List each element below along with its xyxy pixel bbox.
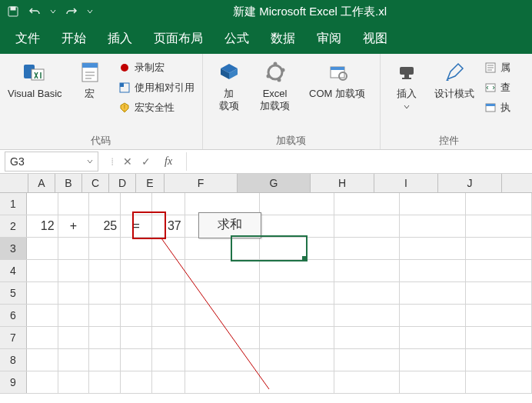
cell-I3[interactable] — [400, 238, 466, 259]
cell-E1[interactable] — [152, 193, 185, 215]
cell-C2[interactable]: 25 — [89, 215, 121, 237]
svg-rect-5 — [82, 63, 98, 68]
quick-access-toolbar — [6, 5, 94, 18]
tab-insert[interactable]: 插入 — [97, 23, 143, 54]
save-icon[interactable] — [6, 5, 20, 18]
cell-B3[interactable] — [58, 238, 90, 259]
cell-D3[interactable] — [121, 238, 152, 259]
use-relative-refs-button[interactable]: 使用相对引用 — [115, 78, 198, 97]
ribbon: Visual Basic 宏 录制宏 使用相对引用 ! — [0, 54, 532, 150]
column-headers: A B C D E F G H I J — [0, 174, 532, 193]
accept-formula-icon[interactable]: ✓ — [141, 155, 151, 168]
cell-F1[interactable] — [185, 193, 260, 215]
cell-B2[interactable]: + — [58, 215, 90, 237]
row-header-2[interactable]: 2 — [0, 215, 27, 237]
group-code: Visual Basic 宏 录制宏 使用相对引用 ! — [0, 54, 203, 149]
col-header-H[interactable]: H — [311, 174, 374, 192]
cell-H3[interactable] — [334, 238, 401, 259]
macros-button[interactable]: 宏 — [68, 57, 111, 102]
row-header-1[interactable]: 1 — [0, 193, 27, 215]
row-header-6[interactable]: 6 — [0, 305, 27, 326]
record-macro-button[interactable]: 录制宏 — [115, 58, 198, 77]
select-all-corner[interactable] — [0, 174, 28, 192]
view-code-button[interactable]: 查 — [480, 78, 514, 97]
col-header-C[interactable]: C — [82, 174, 109, 192]
col-header-D[interactable]: D — [109, 174, 136, 192]
properties-button[interactable]: 属 — [480, 58, 514, 77]
cell-A2[interactable]: 12 — [27, 215, 58, 237]
cell-F3[interactable] — [185, 238, 260, 259]
fx-icon[interactable]: fx — [165, 155, 172, 168]
cell-I2[interactable] — [400, 215, 466, 237]
insert-control-icon — [395, 58, 418, 86]
cell-G1[interactable] — [260, 193, 334, 215]
title-bar: 新建 Microsoft Excel 工作表.xl — [0, 0, 532, 23]
row-header-5[interactable]: 5 — [0, 282, 27, 304]
addins-button[interactable]: 加 载项 — [208, 57, 251, 114]
row-header-3[interactable]: 3 — [0, 238, 27, 259]
tab-home[interactable]: 开始 — [51, 23, 97, 54]
cell-C3[interactable] — [89, 238, 121, 259]
col-header-B[interactable]: B — [55, 174, 82, 192]
design-mode-button[interactable]: 设计模式 — [431, 57, 477, 102]
macro-security-button[interactable]: ! 宏安全性 — [115, 98, 198, 117]
com-addins-icon — [326, 58, 349, 86]
col-header-G[interactable]: G — [238, 174, 311, 192]
cell-G2[interactable] — [260, 215, 334, 237]
undo-icon[interactable] — [28, 5, 42, 18]
visual-basic-button[interactable]: Visual Basic — [5, 57, 65, 102]
tab-file[interactable]: 文件 — [5, 23, 51, 54]
tab-page-layout[interactable]: 页面布局 — [143, 23, 214, 54]
com-addins-button[interactable]: COM 加载项 — [300, 57, 375, 102]
cell-C1[interactable] — [89, 193, 121, 215]
name-box[interactable]: G3 — [5, 152, 98, 172]
cell-D1[interactable] — [121, 193, 152, 215]
col-header-J[interactable]: J — [438, 174, 502, 192]
tab-view[interactable]: 视图 — [352, 23, 398, 54]
svg-rect-1 — [11, 7, 15, 10]
sum-button-shape[interactable]: 求和 — [198, 212, 261, 238]
row-header-9[interactable]: 9 — [0, 371, 27, 393]
dropdown-icon[interactable] — [49, 5, 57, 18]
cell-E3[interactable] — [152, 238, 185, 259]
design-mode-icon — [443, 58, 466, 86]
group-label-addins: 加载项 — [208, 132, 375, 149]
cell-H1[interactable] — [334, 193, 401, 215]
col-header-F[interactable]: F — [165, 174, 238, 192]
cell-H2[interactable] — [334, 215, 401, 237]
tab-formulas[interactable]: 公式 — [214, 23, 260, 54]
tab-review[interactable]: 审阅 — [306, 23, 352, 54]
tab-data[interactable]: 数据 — [260, 23, 306, 54]
svg-rect-16 — [331, 67, 344, 70]
excel-addins-icon — [264, 58, 287, 86]
redo-icon[interactable] — [65, 5, 78, 18]
dropdown-icon[interactable] — [87, 159, 93, 164]
cell-J3[interactable] — [466, 238, 532, 259]
col-header-A[interactable]: A — [28, 174, 55, 192]
cell-D2[interactable]: = — [121, 215, 152, 237]
cell-I1[interactable] — [400, 193, 466, 215]
row-header-4[interactable]: 4 — [0, 260, 27, 281]
formula-bar-input[interactable] — [186, 152, 532, 171]
cell-E2[interactable]: 37 — [152, 215, 185, 237]
row-header-8[interactable]: 8 — [0, 349, 27, 371]
col-header-E[interactable]: E — [136, 174, 165, 192]
cell-J1[interactable] — [466, 193, 532, 215]
cell-J2[interactable] — [466, 215, 532, 237]
addins-icon — [218, 58, 241, 86]
cell-B1[interactable] — [58, 193, 90, 215]
formula-bar-row: G3 ⁞ ✕ ✓ fx — [0, 150, 532, 174]
group-controls: 插入 设计模式 属 查 执 控件 — [381, 54, 518, 149]
qat-customize-icon[interactable] — [86, 5, 94, 18]
worksheet: A B C D E F G H I J 1 212+25=37 3 4 5 6 … — [0, 174, 532, 394]
cell-G3[interactable] — [260, 238, 334, 259]
excel-addins-button[interactable]: Excel 加载项 — [254, 57, 297, 114]
record-macro-icon — [118, 61, 131, 75]
cell-A3[interactable] — [27, 238, 58, 259]
cancel-formula-icon[interactable]: ✕ — [123, 155, 132, 168]
row-header-7[interactable]: 7 — [0, 327, 27, 348]
run-dialog-button[interactable]: 执 — [480, 98, 514, 117]
insert-control-button[interactable]: 插入 — [385, 57, 428, 114]
col-header-I[interactable]: I — [374, 174, 438, 192]
cell-A1[interactable] — [27, 193, 58, 215]
